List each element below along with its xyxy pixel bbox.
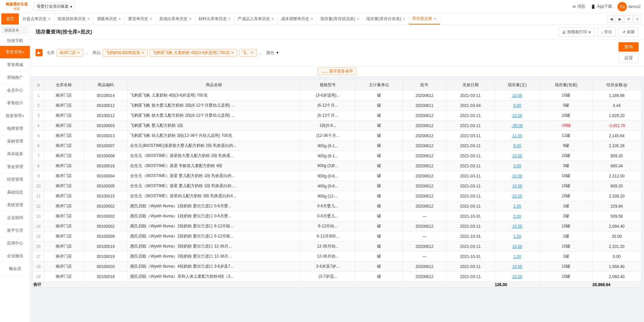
sidebar-item-retail-shop[interactable]: 零售商城 — [0, 59, 30, 71]
cell-name: 合生元（BIOSTIME）派星幼儿配方奶粉 3段 乳铁蛋白的4... — [127, 191, 301, 201]
messages-btn[interactable]: ✉ 消息 — [573, 4, 585, 9]
sidebar-item-purchase[interactable]: 采购管理 — [0, 135, 30, 148]
tab-xiancunfen[interactable]: 现存量(库存分布表) ✕ — [363, 13, 409, 24]
close-icon[interactable]: ✕ — [228, 17, 231, 21]
tab-cailiaochu[interactable]: 材料出库单历史 ✕ — [195, 13, 234, 24]
tab-fenpan[interactable]: 分盘点单历史 ✕ — [19, 13, 54, 24]
cell-qty-main[interactable]: 10.00 — [495, 241, 540, 252]
sidebar-item-app-center[interactable]: 应用中心 — [0, 237, 30, 250]
expand-more-btn[interactable]: ⌄⌄ 展开更多条件 — [318, 67, 357, 75]
close-icon[interactable]: ✕ — [150, 17, 152, 21]
export-btn[interactable]: ↓ 导出 — [597, 28, 616, 37]
cell-qty-main[interactable]: 10.00 — [495, 111, 540, 121]
settings-btn[interactable]: 设置 — [619, 53, 639, 63]
sidebar-shortcut-btn[interactable]: 快捷导航 — [0, 36, 30, 46]
sidebar-item-system[interactable]: 系统管理 — [0, 199, 30, 212]
sidebar-item-enterprise[interactable]: 企业协同 — [0, 212, 30, 224]
close-icon[interactable]: ✕ — [271, 17, 274, 21]
close-icon[interactable]: ✕ — [402, 17, 405, 21]
sidebar-item-inventory[interactable]: 库存核算 — [0, 148, 30, 161]
cell-qty-main[interactable]: 1.00 — [495, 201, 540, 211]
goods-more-btn[interactable]: ... — [259, 50, 262, 55]
warehouse-tag-nananmen[interactable]: 南岸门店 ✕ — [57, 49, 83, 57]
sidebar-item-marketing[interactable]: 营销推广 — [0, 71, 30, 84]
close-icon[interactable]: ✕ — [251, 50, 254, 55]
tab-chengbentiao[interactable]: 成本调整单历史 ✕ — [278, 13, 317, 24]
help-icon[interactable]: i — [623, 83, 627, 87]
cell-qty-main[interactable]: -39.00 — [495, 121, 540, 131]
cell-qty-main[interactable]: 10.00 — [495, 272, 540, 282]
row-number: 8 — [33, 161, 44, 171]
avatar: Ea — [618, 2, 627, 11]
cell-qty-main[interactable]: 3.00 — [495, 161, 540, 171]
cell-qty-main[interactable]: 10.00 — [495, 191, 540, 201]
cell-qty-main[interactable]: 10.00 — [495, 171, 540, 181]
tab-menu-btn[interactable]: ≡ — [633, 15, 641, 23]
close-icon[interactable]: ✕ — [141, 50, 145, 55]
more-options-btn[interactable]: ... — [85, 50, 89, 55]
sidebar-item-ecommerce[interactable]: 电商管理 — [0, 122, 30, 135]
goods-tag-feihenafen4[interactable]: 飞鹤星飞帆 儿童奶粉 4段(3-6岁适用) 700克 ✕ — [150, 49, 237, 57]
cell-qty-main[interactable]: 10.00 — [495, 221, 540, 231]
close-icon[interactable]: ✕ — [118, 17, 121, 21]
cell-qty-main[interactable]: 9.00 — [495, 141, 540, 151]
sidebar-item-finance[interactable]: 资金管理 — [0, 161, 30, 173]
tab-xiancunzhuang[interactable]: 现存量(库存状况表) ✕ — [317, 13, 363, 24]
cell-qty-main[interactable]: 11.00 — [495, 131, 540, 141]
sidebar-item-retail-stats[interactable]: 零售统计 — [0, 97, 30, 110]
account-selector[interactable]: 母婴行业演示账套 ▾ — [34, 2, 75, 11]
close-icon[interactable]: ✕ — [48, 17, 51, 21]
table-row: 8 南岸门店 00100016 合生元（BIOSTIME）派星 学龄前儿童配方奶… — [33, 161, 641, 171]
sidebar-item-operation[interactable]: 经营管理 — [0, 173, 30, 186]
cell-qty-main[interactable]: 1.00 — [495, 252, 540, 262]
print-btn[interactable]: 🖨 按模板打印 ▾ — [558, 28, 594, 37]
close-icon[interactable]: ✕ — [87, 17, 90, 21]
sidebar-item-wechat[interactable]: 企业微信 — [0, 250, 30, 263]
chevron-down-icon[interactable]: ▾ — [276, 50, 278, 55]
cell-qty-main[interactable]: 0.00 — [495, 101, 540, 111]
tab-yaohuo[interactable]: 要货单历史 ✕ — [125, 13, 156, 24]
cell-qty-main[interactable]: 2.00 — [495, 211, 540, 221]
tab-chanchengru[interactable]: 产成品入库单历史 ✕ — [234, 13, 278, 24]
cell-qty-main[interactable]: 10.00 — [495, 91, 540, 101]
cell-warehouse: 南岸门店 — [44, 111, 84, 121]
tab-next-btn[interactable]: ▶ — [616, 15, 624, 23]
download-icon: 📱 — [591, 4, 596, 9]
close-icon[interactable]: ✕ — [357, 17, 359, 21]
close-icon[interactable]: ✕ — [434, 17, 436, 20]
sidebar-item-basic-info[interactable]: 基础信息 — [0, 186, 30, 199]
table-row: 9 南岸门店 00100004 合生元（BIOSTIME）派星 婴儿配方奶粉 1… — [33, 171, 641, 181]
close-icon[interactable]: ✕ — [189, 17, 192, 21]
close-icon[interactable]: ✕ — [231, 50, 234, 55]
sidebar-item-retail-mgmt[interactable]: 零售管理 ▾ — [0, 46, 30, 59]
tab-zuzhang[interactable]: 组装拆卸单历史 ✕ — [54, 13, 94, 24]
tab-qitachu[interactable]: 其他出库单历史 ✕ — [156, 13, 195, 24]
cell-qty-main[interactable]: 10.00 — [495, 151, 540, 161]
cell-warehouse: 南岸门店 — [44, 151, 84, 161]
query-btn[interactable]: 查询 — [619, 42, 639, 52]
sidebar-item-member[interactable]: 会员中心 — [0, 84, 30, 97]
tab-kucunpici[interactable]: 库存批次账 ✕ — [409, 13, 440, 24]
row-number: 10 — [33, 181, 44, 191]
tab-prev-btn[interactable]: ◀ — [607, 15, 615, 23]
tab-home[interactable]: 首页 — [1, 13, 19, 24]
refresh-btn[interactable]: ↺ 刷新 — [619, 28, 639, 37]
cell-qty-main[interactable]: 1.00 — [495, 231, 540, 241]
row-number: 1 — [33, 91, 44, 101]
settings-icon[interactable]: ⚙ — [37, 83, 40, 88]
sidebar-item-wholesale[interactable]: 批发管理 ▾ — [0, 110, 30, 122]
user-profile[interactable]: Ea demo2 — [618, 2, 641, 11]
sidebar-item-guide[interactable]: 新手引导 — [0, 224, 30, 237]
close-icon[interactable]: ✕ — [311, 17, 313, 21]
app-download-btn[interactable]: 📱 App下载 — [591, 4, 612, 9]
sidebar-item-member-vip[interactable]: 畅会员 — [0, 263, 30, 275]
cell-qty-main[interactable]: 10.00 — [495, 262, 540, 272]
cell-qty-main[interactable]: 10.00 — [495, 181, 540, 191]
tab-close-btn[interactable]: ✕ — [625, 15, 633, 23]
close-icon[interactable]: ✕ — [77, 50, 80, 55]
filter-expand-btn[interactable]: ▶ — [36, 49, 43, 56]
tab-diaobo[interactable]: 调拨单历史 ✕ — [94, 13, 125, 24]
search-input[interactable] — [2, 27, 28, 34]
goods-tag-feihenafen3[interactable]: 飞鹤奶粉3段两提装 ✕ — [103, 49, 148, 57]
goods-tag-more[interactable]: 飞... ✕ — [239, 49, 257, 57]
